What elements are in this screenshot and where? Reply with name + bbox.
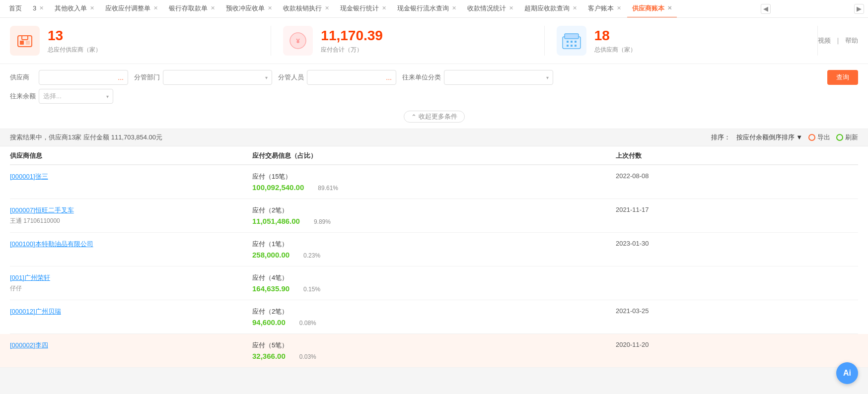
close-tab-ar-ap-adjust[interactable]: ✕ bbox=[153, 5, 158, 11]
supplier-filter-input[interactable]: ... bbox=[39, 70, 128, 85]
supplier-link[interactable]: [000100]本特勒油品有限公司 bbox=[10, 240, 93, 248]
help-link[interactable]: 帮助 bbox=[845, 36, 858, 45]
payable-info-col: 应付（1笔） 258,000.00 0.23% bbox=[252, 240, 616, 259]
refresh-button[interactable]: 刷新 bbox=[836, 133, 858, 142]
svg-rect-10 bbox=[575, 41, 577, 43]
nav-tab-receipt-stat[interactable]: 收款情况统计 ✕ bbox=[462, 0, 518, 18]
payable-amount[interactable]: 32,366.00 bbox=[252, 352, 286, 360]
sort-value[interactable]: 按应付余额倒序排序 ▼ bbox=[736, 133, 803, 142]
svg-rect-8 bbox=[567, 41, 569, 43]
close-tab-receipt-stat[interactable]: ✕ bbox=[509, 5, 513, 11]
close-tab-cash-bank-stat[interactable]: ✕ bbox=[382, 5, 386, 11]
supplier-link[interactable]: [001]广州荣轩 bbox=[10, 274, 50, 281]
close-tab-other-income[interactable]: ✕ bbox=[90, 5, 94, 11]
dept-filter-input[interactable]: ▾ bbox=[163, 70, 272, 85]
close-tab-receipt-verify[interactable]: ✕ bbox=[325, 5, 329, 11]
payable-info-col: 应付（5笔） 32,366.00 0.03% bbox=[252, 341, 616, 360]
close-tab-customer-book[interactable]: ✕ bbox=[617, 5, 621, 11]
svg-rect-12 bbox=[571, 45, 573, 47]
sort-label: 排序： bbox=[711, 133, 730, 142]
filter-person: 分管人员 ... bbox=[278, 70, 396, 85]
table-section: 供应商信息 应付交易信息（占比） 上次付数 [000001]张三 应付（15笔）… bbox=[0, 146, 868, 368]
supplier-info-col: [000100]本特勒油品有限公司 bbox=[10, 240, 252, 249]
nav-next-arrow[interactable]: ▶ bbox=[854, 4, 864, 14]
supplier-link[interactable]: [000007]恒旺二手叉车 bbox=[10, 206, 74, 214]
balance-filter-input[interactable]: 选择... ▾ bbox=[39, 89, 113, 104]
nav-tab-prepay-offset[interactable]: 预收冲应收单 ✕ bbox=[221, 0, 277, 18]
payable-amount[interactable]: 94,600.00 bbox=[252, 318, 286, 327]
dept-dropdown-icon: ▾ bbox=[265, 75, 268, 80]
payable-suppliers-label: 总应付供应商（家） bbox=[48, 46, 259, 54]
supplier-info-col: [000002]李四 bbox=[10, 341, 252, 350]
payable-amount-row: 258,000.00 0.23% bbox=[252, 250, 616, 259]
close-tab-prepay-offset[interactable]: ✕ bbox=[268, 5, 272, 11]
video-link[interactable]: 视频 bbox=[818, 36, 831, 45]
last-pay-date: 2020-11-20 bbox=[616, 341, 649, 348]
filter-dept: 分管部门 ▾ bbox=[134, 70, 272, 85]
supplier-link[interactable]: [000012]广州贝瑞 bbox=[10, 308, 61, 315]
last-pay-date: 2021-11-17 bbox=[616, 206, 649, 213]
nav-tab-other-income[interactable]: 其他收入单 ✕ bbox=[50, 0, 99, 18]
close-tab-bank-deposit[interactable]: ✕ bbox=[211, 5, 215, 11]
payable-amount[interactable]: 164,635.90 bbox=[252, 284, 289, 293]
table-row: [000001]张三 应付（15笔） 100,092,540.00 89.61%… bbox=[10, 165, 858, 199]
summary-card-payable-suppliers: 13 总应付供应商（家） bbox=[10, 26, 271, 56]
table-row: [000012]广州贝瑞 应付（2笔） 94,600.00 0.08% 2021… bbox=[10, 300, 858, 334]
category-filter-input[interactable]: ▾ bbox=[444, 70, 553, 85]
payable-percent: 89.61% bbox=[318, 185, 338, 192]
nav-tab-ar-ap-adjust[interactable]: 应收应付调整单 ✕ bbox=[100, 0, 163, 18]
last-pay-col: 2021-11-17 bbox=[616, 206, 858, 213]
payable-amount[interactable]: 258,000.00 bbox=[252, 251, 289, 259]
supplier-link[interactable]: [000001]张三 bbox=[10, 173, 48, 180]
results-bar: 搜索结果中，供应商13家 应付金额 111,703,854.00元 排序： 按应… bbox=[0, 129, 868, 146]
nav-tab-home[interactable]: 首页 bbox=[4, 0, 27, 18]
supplier-info-col: [000001]张三 bbox=[10, 172, 252, 181]
export-button[interactable]: 导出 bbox=[808, 133, 830, 142]
close-tab-3[interactable]: ✕ bbox=[39, 5, 44, 11]
filter-row-2: 往来余额 选择... ▾ bbox=[10, 89, 858, 104]
person-filter-input[interactable]: ... bbox=[307, 70, 396, 85]
col-header-payable: 应付交易信息（占比） bbox=[252, 151, 616, 160]
supplier-filter-label: 供应商 bbox=[10, 73, 36, 82]
payable-info-col: 应付（15笔） 100,092,540.00 89.61% bbox=[252, 172, 616, 192]
collapse-button[interactable]: ⌃ 收起更多条件 bbox=[404, 111, 465, 123]
nav-tab-cash-bank-stat[interactable]: 现金银行统计 ✕ bbox=[335, 0, 391, 18]
payable-amount[interactable]: 100,092,540.00 bbox=[252, 183, 304, 192]
payable-percent: 0.15% bbox=[303, 286, 320, 293]
top-right-links: 视频 ｜ 帮助 bbox=[818, 36, 858, 45]
payable-percent: 9.89% bbox=[314, 218, 331, 225]
nav-tab-receipt-verify[interactable]: 收款核销执行 ✕ bbox=[278, 0, 334, 18]
payable-info-col: 应付（4笔） 164,635.90 0.15% bbox=[252, 273, 616, 293]
link-separator: ｜ bbox=[835, 36, 841, 45]
nav-tab-bank-deposit[interactable]: 银行存取款单 ✕ bbox=[164, 0, 220, 18]
payable-label: 应付（2笔） bbox=[252, 206, 616, 215]
nav-tab-customer-book[interactable]: 客户账本 ✕ bbox=[583, 0, 626, 18]
right-tools: 排序： 按应付余额倒序排序 ▼ 导出 刷新 bbox=[711, 133, 859, 142]
card-info-payable-suppliers: 13 总应付供应商（家） bbox=[48, 27, 259, 55]
close-tab-overdue-query[interactable]: ✕ bbox=[573, 5, 577, 11]
close-tab-cash-bank-flow[interactable]: ✕ bbox=[452, 5, 456, 11]
person-ellipsis-icon: ... bbox=[386, 73, 392, 81]
collapse-up-icon: ⌃ bbox=[411, 113, 417, 121]
query-button[interactable]: 查询 bbox=[827, 70, 858, 85]
nav-tab-overdue-query[interactable]: 超期应收款查询 ✕ bbox=[519, 0, 582, 18]
svg-text:¥: ¥ bbox=[296, 37, 300, 45]
payable-info-col: 应付（2笔） 11,051,486.00 9.89% bbox=[252, 206, 616, 225]
total-payable-label: 应付合计（万） bbox=[321, 46, 532, 54]
supplier-link[interactable]: [000002]李四 bbox=[10, 341, 48, 349]
nav-prev-arrow[interactable]: ◀ bbox=[761, 4, 771, 14]
table-row-highlighted: [000002]李四 应付（5笔） 32,366.00 0.03% 2020-1… bbox=[0, 334, 868, 368]
payable-amount[interactable]: 11,051,486.00 bbox=[252, 217, 300, 225]
last-pay-date: 2023-01-30 bbox=[616, 240, 649, 247]
summary-card-total-suppliers: 18 总供应商（家） bbox=[545, 26, 818, 56]
nav-tab-supplier-book[interactable]: 供应商账本 ✕ bbox=[627, 0, 677, 18]
card-info-total-payable: 11,170.39 应付合计（万） bbox=[321, 27, 532, 55]
nav-tab-3[interactable]: 3 ✕ bbox=[28, 0, 49, 18]
total-suppliers-icon bbox=[557, 26, 586, 56]
close-tab-supplier-book[interactable]: ✕ bbox=[667, 5, 672, 11]
supplier-info-col: [000007]恒旺二手叉车 王通 17106110000 bbox=[10, 206, 252, 225]
nav-tab-cash-bank-flow[interactable]: 现金银行流水查询 ✕ bbox=[392, 0, 461, 18]
table-row: [001]广州荣轩 仔仔 应付（4笔） 164,635.90 0.15% bbox=[10, 266, 858, 300]
svg-rect-13 bbox=[575, 45, 577, 47]
payable-label: 应付（4笔） bbox=[252, 273, 616, 282]
